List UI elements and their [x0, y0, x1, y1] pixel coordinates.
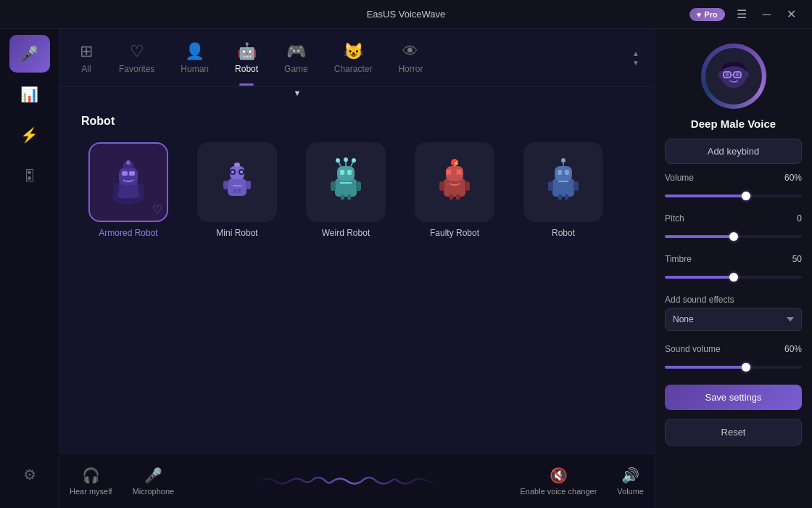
tab-all[interactable]: ⊞ All	[67, 36, 106, 80]
tab-human[interactable]: 👤 Human	[167, 36, 222, 80]
timbre-slider-label: Timbre	[665, 254, 692, 264]
svg-rect-18	[233, 189, 236, 193]
add-keybind-button[interactable]: Add keybind	[665, 139, 802, 164]
svg-rect-2	[113, 184, 119, 194]
voice-card-faulty[interactable]: ⚡ Faulty Robot	[407, 142, 502, 238]
tab-robot-label: Robot	[235, 64, 258, 74]
reset-button[interactable]: Reset	[665, 419, 802, 446]
voice-card-armored-label: Armored Robot	[99, 228, 157, 238]
weird-robot-image	[320, 157, 371, 208]
volume-slider-label: Volume	[665, 173, 694, 183]
svg-point-60	[725, 73, 729, 77]
close-button[interactable]: ✕	[782, 6, 800, 22]
svg-rect-21	[331, 181, 336, 191]
svg-rect-24	[340, 170, 344, 175]
svg-rect-25	[347, 170, 352, 175]
timbre-slider[interactable]	[665, 276, 802, 279]
equalizer-icon: 📊	[20, 86, 38, 103]
svg-rect-36	[465, 181, 470, 191]
svg-rect-35	[439, 181, 444, 191]
sidebar-item-mixer[interactable]: 🎛	[9, 157, 50, 194]
svg-rect-6	[129, 171, 135, 176]
voice-card-armored[interactable]: ♡ Armored Robot	[81, 142, 175, 238]
volume-button[interactable]: 🔊 Volume	[607, 462, 654, 500]
tab-game[interactable]: 🎮 Game	[271, 36, 321, 80]
svg-rect-3	[138, 184, 144, 194]
armored-robot-image	[103, 157, 154, 208]
svg-text:⚡: ⚡	[452, 160, 460, 167]
chevron-down-icon: ▼	[294, 89, 302, 97]
tab-all-label: All	[81, 64, 91, 74]
settings-icon: ⚙	[23, 466, 36, 483]
tab-character[interactable]: 😺 Character	[321, 36, 386, 80]
microphone-icon: 🎤	[144, 467, 162, 484]
game-icon: 🎮	[286, 42, 306, 61]
sound-volume-section: Sound volume 60%	[665, 344, 802, 376]
sound-effects-label: Add sound effects	[665, 295, 802, 305]
voice-card-robot-label: Robot	[552, 228, 575, 238]
voice-card-mini[interactable]: Mini Robot	[190, 142, 284, 238]
pitch-slider[interactable]	[665, 235, 802, 238]
waveform-area	[184, 454, 510, 508]
svg-point-27	[336, 158, 340, 163]
svg-rect-44	[450, 194, 453, 200]
tab-robot[interactable]: 🤖 Robot	[222, 36, 271, 80]
tab-scroll-arrow[interactable]: ▲ ▼	[625, 49, 647, 67]
svg-point-63	[745, 71, 749, 78]
hear-myself-button[interactable]: 🎧 Hear myself	[59, 462, 123, 500]
flash-icon: ⚡	[20, 126, 38, 144]
voice-changer-icon: 🔇	[550, 467, 568, 484]
all-icon: ⊞	[80, 42, 93, 61]
sound-volume-label: Sound volume	[665, 344, 721, 354]
sound-effects-select[interactable]: None	[665, 308, 802, 331]
save-settings-button[interactable]: Save settings	[665, 385, 802, 410]
svg-point-16	[240, 171, 243, 173]
horror-icon: 👁	[402, 42, 418, 61]
tab-horror[interactable]: 👁 Horror	[385, 36, 436, 80]
sound-volume-slider[interactable]	[665, 366, 802, 369]
svg-rect-55	[565, 194, 568, 200]
hear-myself-label: Hear myself	[70, 487, 112, 496]
svg-rect-33	[347, 194, 351, 200]
sidebar-item-flash[interactable]: ⚡	[9, 116, 50, 154]
voice-name: Deep Male Voice	[691, 118, 776, 130]
hear-myself-icon: 🎧	[82, 467, 100, 484]
voice-card-robot[interactable]: Robot	[516, 142, 610, 238]
voice-card-weird[interactable]: Weird Robot	[299, 142, 393, 238]
sidebar-item-settings[interactable]: ⚙	[9, 456, 50, 493]
sound-volume-value: 60%	[784, 344, 802, 354]
waveform-display	[260, 470, 434, 492]
svg-rect-23	[337, 166, 355, 181]
tab-horror-label: Horror	[398, 64, 423, 74]
svg-rect-48	[573, 181, 579, 191]
volume-slider[interactable]	[665, 194, 802, 197]
svg-point-62	[718, 71, 723, 78]
volume-slider-value: 60%	[784, 173, 802, 183]
pitch-section: Pitch 0	[665, 213, 802, 245]
tab-active-indicator: ▼	[265, 87, 329, 100]
pitch-slider-value: 0	[797, 213, 802, 224]
minimize-button[interactable]: ─	[758, 7, 775, 22]
svg-rect-9	[228, 179, 246, 196]
svg-point-53	[561, 158, 566, 163]
volume-icon: 🔊	[621, 467, 639, 484]
svg-point-31	[344, 157, 348, 162]
titlebar: EasUS VoiceWave ♥ Pro ☰ ─ ✕	[0, 0, 812, 29]
svg-point-61	[735, 73, 739, 77]
enable-voice-changer-label: Enable voice changer	[521, 487, 597, 496]
tab-favorites[interactable]: ♡ Favorites	[106, 36, 167, 80]
scroll-down-icon: ▼	[632, 59, 639, 67]
microphone-button[interactable]: 🎤 Microphone	[123, 462, 184, 500]
sound-effects-section: Add sound effects None	[665, 295, 802, 335]
bottom-bar: 🎧 Hear myself 🎤 Microphone 🔇 Enable voic…	[59, 454, 654, 508]
sidebar-item-equalizer[interactable]: 📊	[9, 75, 50, 113]
sidebar-item-voice[interactable]: 🎤	[9, 35, 50, 73]
sidebar: 🎤 📊 ⚡ 🎛 ⚙	[0, 29, 59, 508]
menu-button[interactable]: ☰	[732, 6, 751, 22]
voice-card-mini-label: Mini Robot	[216, 228, 257, 238]
tabbar: ⊞ All ♡ Favorites 👤 Human 🤖 Robot 🎮 Game…	[59, 29, 654, 87]
avatar-ring	[701, 44, 766, 109]
svg-rect-22	[356, 181, 361, 191]
enable-voice-changer-button[interactable]: 🔇 Enable voice changer	[510, 462, 608, 500]
microphone-label: Microphone	[133, 487, 174, 496]
